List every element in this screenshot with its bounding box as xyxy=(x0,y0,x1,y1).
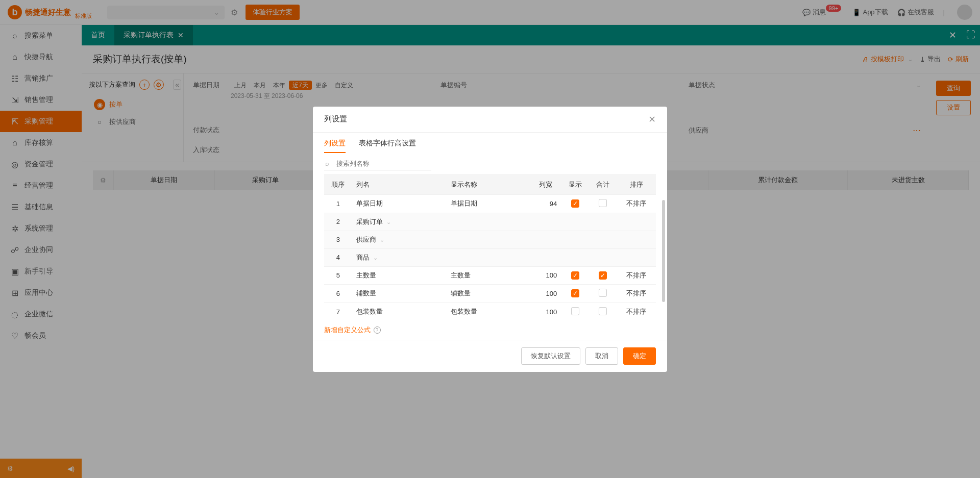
cancel-button[interactable]: 取消 xyxy=(585,347,618,365)
column-row[interactable]: 3供应商 ⌄ xyxy=(324,231,656,248)
checkbox[interactable] xyxy=(599,307,607,315)
restore-default-button[interactable]: 恢复默认设置 xyxy=(521,347,580,365)
checkbox[interactable]: ✓ xyxy=(571,271,579,280)
column-settings-table: 顺序 列名 显示名称 列宽 显示 合计 排序 1单据日期单据日期94✓不排序2采… xyxy=(324,174,656,320)
close-icon[interactable]: ✕ xyxy=(648,114,656,125)
checkbox[interactable] xyxy=(599,199,607,207)
modal-overlay: 列设置 ✕ 列设置表格字体行高设置 ⌕ 顺序 列名 显示名称 列宽 显示 合计 … xyxy=(0,0,980,478)
chevron-down-icon[interactable]: ⌄ xyxy=(373,255,378,261)
help-icon[interactable]: ? xyxy=(374,326,381,334)
column-row[interactable]: 6辅数量辅数量100✓不排序 xyxy=(324,284,656,303)
chevron-down-icon[interactable]: ⌄ xyxy=(380,237,384,243)
checkbox[interactable] xyxy=(571,307,579,315)
checkbox[interactable] xyxy=(599,289,607,297)
checkbox[interactable]: ✓ xyxy=(571,199,579,208)
column-row[interactable]: 5主数量主数量100✓✓不排序 xyxy=(324,266,656,284)
column-row[interactable]: 4商品 ⌄ xyxy=(324,248,656,266)
chevron-down-icon[interactable]: ⌄ xyxy=(386,219,391,225)
column-settings-modal: 列设置 ✕ 列设置表格字体行高设置 ⌕ 顺序 列名 显示名称 列宽 显示 合计 … xyxy=(313,107,667,372)
modal-title: 列设置 xyxy=(324,114,347,124)
scrollbar[interactable] xyxy=(662,200,665,302)
ok-button[interactable]: 确定 xyxy=(623,347,656,365)
column-row[interactable]: 7包装数量包装数量100不排序 xyxy=(324,303,656,320)
modal-tab[interactable]: 表格字体行高设置 xyxy=(359,139,416,153)
checkbox[interactable]: ✓ xyxy=(571,289,579,297)
search-icon: ⌕ xyxy=(325,160,329,167)
column-search-input[interactable] xyxy=(324,157,431,170)
column-row[interactable]: 2采购订单 ⌄ xyxy=(324,213,656,231)
column-row[interactable]: 1单据日期单据日期94✓不排序 xyxy=(324,194,656,213)
checkbox[interactable]: ✓ xyxy=(599,271,607,280)
add-formula-link[interactable]: 新增自定义公式 ? xyxy=(324,326,381,334)
modal-tab[interactable]: 列设置 xyxy=(324,139,346,153)
